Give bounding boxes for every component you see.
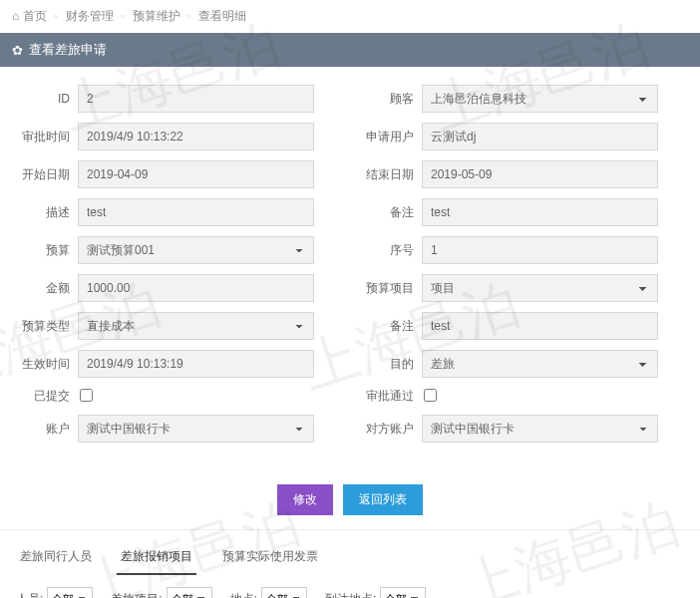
- lbl-account: 账户: [0, 421, 78, 438]
- filter-loc[interactable]: 全部: [261, 587, 307, 598]
- input-seq[interactable]: [422, 236, 658, 264]
- bc-b[interactable]: 预算维护: [133, 9, 180, 23]
- select-customer[interactable]: 上海邑泊信息科技: [422, 85, 658, 113]
- lbl-opp-account: 对方账户: [344, 421, 422, 438]
- input-start-date[interactable]: [78, 160, 314, 188]
- input-approve-time[interactable]: [78, 123, 314, 150]
- filter-bar: 人员:全部 差旅项目:全部 地点:全部 到达地点:全部: [0, 575, 700, 598]
- bc-sep: ◦: [187, 9, 191, 23]
- lbl-approve-time: 审批时间: [0, 129, 78, 146]
- lbl-end-date: 结束日期: [344, 166, 422, 183]
- modify-button[interactable]: 修改: [277, 484, 333, 515]
- button-bar: 修改 返回列表: [0, 470, 700, 529]
- input-remark[interactable]: [422, 198, 658, 226]
- select-budget-type[interactable]: 直接成本: [78, 312, 314, 340]
- lbl-amount: 金额: [0, 280, 78, 297]
- lbl-remark: 备注: [344, 204, 422, 221]
- select-opp-account[interactable]: 测试中国银行卡: [422, 415, 658, 443]
- input-id[interactable]: [78, 85, 314, 113]
- checkbox-approved[interactable]: [424, 389, 437, 402]
- tab-reimburse-items[interactable]: 差旅报销项目: [117, 540, 196, 575]
- lbl-remark2: 备注: [344, 318, 422, 335]
- breadcrumb: ⌂ 首页 ◦ 财务管理 ◦ 预算维护 ◦ 查看明细: [0, 0, 700, 33]
- tabs: 差旅同行人员 差旅报销项目 预算实际使用发票: [0, 529, 700, 575]
- filter-loc-lbl: 地点:: [230, 591, 257, 599]
- input-desc[interactable]: [78, 198, 314, 226]
- input-remark2[interactable]: [422, 312, 658, 340]
- lbl-approved: 审批通过: [344, 388, 422, 405]
- lbl-customer: 顾客: [344, 91, 422, 108]
- lbl-start-date: 开始日期: [0, 166, 78, 183]
- bc-sep: ◦: [121, 9, 125, 23]
- lbl-purpose: 目的: [344, 356, 422, 373]
- lbl-budget-type: 预算类型: [0, 318, 78, 335]
- filter-item-lbl: 差旅项目:: [111, 591, 162, 599]
- filter-dest-lbl: 到达地点:: [325, 591, 376, 599]
- form-area: ID 顾客上海邑泊信息科技 审批时间 申请用户 开始日期 结束日期 描述 备注 …: [0, 67, 700, 470]
- back-button[interactable]: 返回列表: [343, 484, 423, 515]
- panel-title: 查看差旅申请: [29, 41, 107, 59]
- lbl-seq: 序号: [344, 242, 422, 259]
- lbl-effective-time: 生效时间: [0, 356, 78, 373]
- filter-dest[interactable]: 全部: [380, 587, 426, 598]
- input-amount[interactable]: [78, 274, 314, 302]
- bc-sep: ◦: [54, 9, 58, 23]
- lbl-desc: 描述: [0, 204, 78, 221]
- input-effective-time[interactable]: [78, 350, 314, 378]
- checkbox-submitted[interactable]: [80, 389, 93, 402]
- input-apply-user[interactable]: [422, 123, 658, 150]
- lbl-apply-user: 申请用户: [344, 129, 422, 146]
- select-budget[interactable]: 测试预算001: [78, 236, 314, 264]
- lbl-budget-item: 预算项目: [344, 280, 422, 297]
- select-purpose[interactable]: 差旅: [422, 350, 658, 378]
- bc-c[interactable]: 查看明细: [198, 9, 246, 23]
- panel-header: ✿ 查看差旅申请: [0, 33, 700, 67]
- input-end-date[interactable]: [422, 160, 658, 188]
- home-icon[interactable]: ⌂: [12, 9, 19, 23]
- tab-invoices[interactable]: 预算实际使用发票: [218, 540, 322, 573]
- select-account[interactable]: 测试中国银行卡: [78, 415, 314, 443]
- bc-home[interactable]: 首页: [23, 9, 47, 23]
- tab-companions[interactable]: 差旅同行人员: [16, 540, 96, 573]
- gear-icon: ✿: [12, 43, 23, 58]
- lbl-submitted: 已提交: [0, 388, 78, 405]
- filter-person-lbl: 人员:: [16, 591, 43, 599]
- lbl-id: ID: [0, 92, 78, 106]
- filter-person[interactable]: 全部: [47, 587, 93, 598]
- select-budget-item[interactable]: 项目: [422, 274, 658, 302]
- lbl-budget: 预算: [0, 242, 78, 259]
- bc-a[interactable]: 财务管理: [66, 9, 114, 23]
- filter-item[interactable]: 全部: [167, 587, 212, 598]
